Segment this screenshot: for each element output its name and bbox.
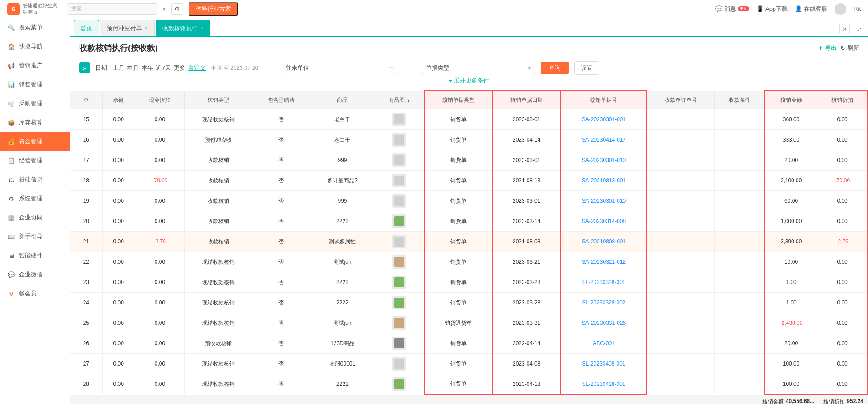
sidebar-item-purchase[interactable]: 🛒 采购管理 xyxy=(0,94,70,113)
voucher-no-link[interactable]: SA-20230301-010 xyxy=(582,157,626,163)
cell-order-no xyxy=(647,333,715,354)
voucher-no-link[interactable]: SA-20230301-001 xyxy=(582,116,626,123)
sidebar-item-ops[interactable]: 📋 经营管理 xyxy=(0,151,70,170)
expand-window-button[interactable]: ⤢ xyxy=(854,24,864,34)
data-table: ⚙ 余额 现金折扣 核销类型 包含已结清 商品 商品图片 核销单据类型 核销单据… xyxy=(70,90,868,395)
cell-voucher-no: SL-20230418-001 xyxy=(561,374,647,394)
app-download-button[interactable]: 📱 App下载 xyxy=(756,5,788,13)
table-row: 26 0.00 0.00 预收款核销 否 123D商品 销货单 2022-04-… xyxy=(70,333,868,354)
th-voucher-type: 核销单据类型 xyxy=(425,91,492,109)
cell-cash-discount: 0.00 xyxy=(135,252,184,272)
online-service-button[interactable]: 👤 在线客服 xyxy=(795,5,827,13)
sidebar-item-guide[interactable]: 📖 新手引导 xyxy=(0,227,70,246)
cell-condition xyxy=(715,191,765,211)
sidebar-item-wechat[interactable]: 💬 企业微信 xyxy=(0,265,70,284)
voucher-no-link[interactable]: SA-20210813-001 xyxy=(582,177,626,184)
voucher-type-wrapper: 单据类型 ▾ xyxy=(422,62,535,74)
date-more[interactable]: 更多 xyxy=(174,64,185,72)
voucher-no-link[interactable]: SL-20230408-001 xyxy=(582,361,625,367)
cell-amount: 1.00 xyxy=(765,293,817,313)
date-range-text: 不限 至 2023-07-26 xyxy=(211,64,258,72)
tab-receipt[interactable]: 收款核销执行 × xyxy=(156,20,210,36)
tab-home[interactable]: 首页 xyxy=(74,20,99,36)
solution-button[interactable]: 体验行业方案 xyxy=(189,2,238,16)
date-custom[interactable]: 自定义 xyxy=(188,64,206,72)
cell-voucher-date: 2022-04-14 xyxy=(492,333,560,354)
date-last-month[interactable]: 上月 xyxy=(113,64,124,72)
tab-prepay[interactable]: 预付冲应付单 × xyxy=(100,20,155,36)
base-icon: 🗂 xyxy=(7,176,15,184)
voucher-no-link[interactable]: SA-20230314-008 xyxy=(582,218,626,224)
th-settings[interactable]: ⚙ xyxy=(70,91,102,109)
app-icon: 📱 xyxy=(756,5,764,12)
voucher-no-link[interactable]: SL-20230328-001 xyxy=(582,279,625,285)
chevron-down-icon[interactable]: ▾ xyxy=(163,5,166,12)
cell-voucher-type: 销货单 xyxy=(425,272,492,293)
voucher-no-link[interactable]: SA-20210808-001 xyxy=(582,238,626,245)
close-window-button[interactable]: ✕ xyxy=(839,24,850,34)
cell-voucher-type: 销货单 xyxy=(425,109,492,130)
voucher-no-link[interactable]: SA-20230321-012 xyxy=(582,259,626,265)
data-table-container[interactable]: ⚙ 余额 现金折扣 核销类型 包含已结清 商品 商品图片 核销单据类型 核销单据… xyxy=(70,90,868,404)
sidebar-item-inventory[interactable]: 📦 库存核算 xyxy=(0,113,70,132)
cell-voucher-no: SA-20230301-010 xyxy=(561,191,647,211)
expand-more-conditions[interactable]: ▾ 展开更多条件 xyxy=(79,75,859,86)
hardware-icon: 🖥 xyxy=(7,252,15,260)
date-this-year[interactable]: 本年 xyxy=(142,64,153,72)
date-this-month[interactable]: 本月 xyxy=(127,64,139,72)
voucher-no-link[interactable]: SA-20230301-010 xyxy=(582,198,626,204)
refresh-button[interactable]: ↻ 刷新 xyxy=(840,44,859,52)
voucher-no-link[interactable]: SA-20230414-017 xyxy=(582,137,626,143)
filter-expand-arrow[interactable]: » xyxy=(79,62,90,73)
sidebar-item-sales[interactable]: 📊 销售管理 xyxy=(0,75,70,94)
sidebar-item-marketing[interactable]: 📢 营销推广 xyxy=(0,56,70,75)
wechat-icon: 💬 xyxy=(7,271,15,279)
cell-balance: 0.00 xyxy=(102,333,135,354)
sidebar-item-base[interactable]: 🗂 基础信息 xyxy=(0,170,70,189)
tab-prepay-close[interactable]: × xyxy=(145,25,148,32)
date-7days[interactable]: 近7天 xyxy=(156,64,171,72)
message-badge: 99+ xyxy=(738,6,749,11)
avatar[interactable] xyxy=(835,3,846,15)
footer-amount: 核销金额 40,556,66... xyxy=(762,398,814,404)
cell-order-no xyxy=(647,232,715,252)
global-search[interactable]: 搜索... xyxy=(67,3,157,15)
message-button[interactable]: 💬 消息 99+ xyxy=(715,5,749,13)
sidebar-item-system[interactable]: ⚙ 系统管理 xyxy=(0,189,70,208)
voucher-no-link[interactable]: SA-20230331-026 xyxy=(582,320,626,326)
message-icon: 💬 xyxy=(715,5,722,12)
cell-id: 16 xyxy=(70,130,102,150)
voucher-no-link[interactable]: ABC-001 xyxy=(593,340,615,347)
gear-icon[interactable]: ⚙ xyxy=(171,3,183,15)
sidebar-item-member[interactable]: V 畅会员 xyxy=(0,284,70,303)
sidebar-item-search[interactable]: 🔍 搜索菜单 xyxy=(0,18,70,37)
voucher-no-link[interactable]: SL-20230328-002 xyxy=(582,299,625,306)
sidebar-item-corp[interactable]: 🏢 企业协同 xyxy=(0,208,70,227)
home-icon: 🏠 xyxy=(7,43,15,51)
system-icon: ⚙ xyxy=(7,195,15,203)
partner-dots[interactable]: ··· xyxy=(388,64,394,72)
partner-input[interactable] xyxy=(312,65,388,71)
voucher-type-input[interactable] xyxy=(452,65,528,71)
sidebar-item-finance[interactable]: 💰 资金管理 xyxy=(0,132,70,151)
sidebar-item-nav[interactable]: 🏠 快捷导航 xyxy=(0,37,70,56)
cell-voucher-no: SL-20230328-002 xyxy=(561,293,647,313)
export-button[interactable]: ⬆ 导出 xyxy=(818,44,837,52)
cell-included: 否 xyxy=(252,252,311,272)
cell-included: 否 xyxy=(252,354,311,374)
cell-product-img xyxy=(374,150,425,171)
tab-receipt-close[interactable]: × xyxy=(200,25,203,32)
settings-button[interactable]: 设置 xyxy=(574,61,599,75)
cell-order-no xyxy=(647,150,715,171)
cell-type: 收款核销 xyxy=(185,191,252,211)
voucher-no-link[interactable]: SL-20230418-001 xyxy=(582,381,625,387)
cell-balance: 0.00 xyxy=(102,313,135,333)
search-button[interactable]: 查询 xyxy=(541,62,569,74)
cell-condition xyxy=(715,333,765,354)
table-row: 16 0.00 0.00 预付冲应收 否 老白干 销货单 2023-04-14 … xyxy=(70,130,868,150)
cell-product: 测试多属性 xyxy=(311,232,374,252)
cell-order-no xyxy=(647,313,715,333)
sidebar-item-hardware[interactable]: 🖥 智能硬件 xyxy=(0,246,70,265)
cell-amount: 360.00 xyxy=(765,109,817,130)
tab-bar: 首页 预付冲应付单 × 收款核销执行 × ✕ ⤢ xyxy=(70,18,868,37)
